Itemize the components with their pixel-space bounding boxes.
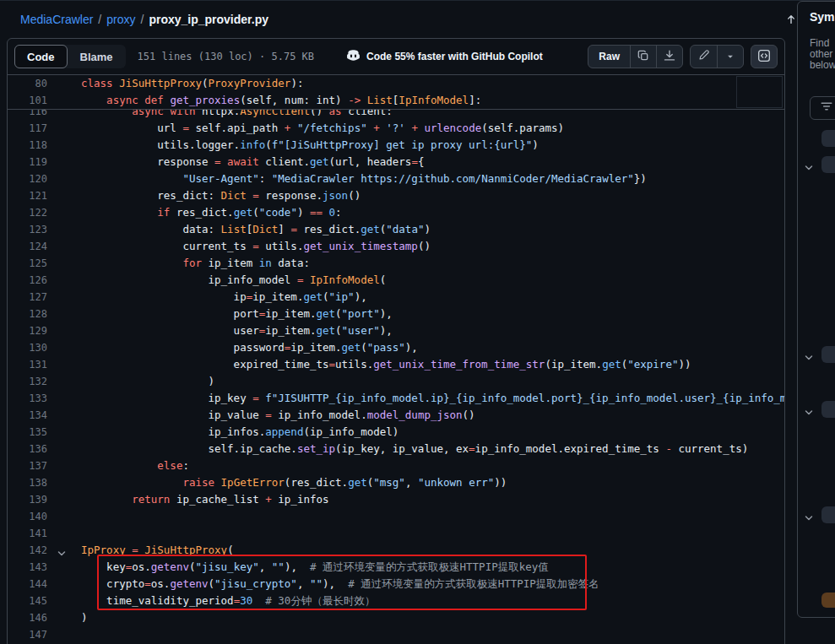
line-number[interactable]: 117 <box>8 120 47 137</box>
line-number[interactable]: 143 <box>8 559 47 576</box>
code-line: 120 "User-Agent": "MediaCrawler https://… <box>8 170 784 187</box>
code-line: 132 ) <box>8 373 784 390</box>
line-number[interactable]: 142 <box>8 542 47 559</box>
code-line: 136 self.ip_cache.set_ip(ip_key, ip_valu… <box>8 441 784 457</box>
edit-dropdown-button[interactable] <box>717 46 743 68</box>
chevron-down-icon <box>726 51 735 63</box>
code-text <box>47 626 81 643</box>
file-container: Code Blame 151 lines (130 loc) · 5.75 KB… <box>7 38 785 644</box>
breadcrumb-separator: / <box>93 13 106 26</box>
code-area: 80class JiSuHttpProxy(ProxyProvider):101… <box>8 75 784 644</box>
code-text: url = self.api_path + "/fetchips" + '?' … <box>47 120 564 137</box>
code-line: 131 expired_time_ts=utils.get_unix_time_… <box>8 356 784 373</box>
line-number[interactable]: 145 <box>8 593 47 609</box>
breadcrumb-repo-link[interactable]: MediaCrawler <box>20 13 93 26</box>
symbol-item-stub[interactable] <box>821 130 835 147</box>
symbol-item-stub[interactable] <box>821 401 835 418</box>
line-number[interactable]: 130 <box>8 339 47 356</box>
code-line: 135 ip_infos.append(ip_info_model) <box>8 424 784 441</box>
code-text: time_validity_period=30 # 30分钟（最长时效） <box>47 593 375 609</box>
copilot-banner[interactable]: Code 55% faster with GitHub Copilot <box>346 48 543 66</box>
line-number[interactable]: 124 <box>8 238 47 255</box>
symbol-item-stub[interactable] <box>821 506 835 523</box>
code-line: 133 ip_key = f"JISUHTTP_{ip_info_model.i… <box>8 390 784 407</box>
copy-button[interactable] <box>630 46 656 68</box>
line-number[interactable]: 120 <box>8 170 47 187</box>
line-number[interactable]: 122 <box>8 204 47 221</box>
scrollbar-corner[interactable] <box>736 76 783 108</box>
code-text: data: List[Dict] = res_dict.get("data") <box>47 221 431 238</box>
line-number[interactable]: 138 <box>8 474 47 491</box>
line-number[interactable]: 141 <box>8 525 47 542</box>
breadcrumb-separator: / <box>135 13 149 26</box>
code-line: 126 ip_info_model = IpInfoModel( <box>8 272 784 289</box>
raw-button[interactable]: Raw <box>588 46 630 68</box>
line-number[interactable]: 144 <box>8 576 47 593</box>
line-number[interactable]: 135 <box>8 424 47 441</box>
code-line: 121 res_dict: Dict = response.json() <box>8 187 784 204</box>
line-number[interactable]: 133 <box>8 390 47 407</box>
code-line: 134 ip_value = ip_info_model.model_dump_… <box>8 407 784 424</box>
fold-chevron-icon[interactable] <box>57 546 68 555</box>
line-number[interactable]: 128 <box>8 306 47 322</box>
line-number[interactable]: 129 <box>8 322 47 339</box>
line-number[interactable]: 147 <box>8 626 47 643</box>
line-number[interactable]: 80 <box>8 75 47 92</box>
code-text: ip_info_model = IpInfoModel( <box>47 272 386 289</box>
symbols-filter-input[interactable] <box>810 96 835 120</box>
edit-button[interactable] <box>691 46 717 68</box>
code-line: 147 <box>8 626 784 643</box>
sticky-code-line: 101 async def get_proxies(self, num: int… <box>8 92 784 109</box>
line-number[interactable]: 126 <box>8 272 47 289</box>
code-line: 145 time_validity_period=30 # 30分钟（最长时效） <box>8 593 784 609</box>
line-number[interactable]: 131 <box>8 356 47 373</box>
symbol-list-item <box>798 401 835 418</box>
code-text: utils.logger.info(f"[JiSuHttpProxy] get … <box>47 137 539 154</box>
code-line: 128 port=ip_item.get("port"), <box>8 306 784 322</box>
symbol-item-stub[interactable] <box>821 593 835 608</box>
breadcrumb-bar: MediaCrawler/proxy/proxy_ip_provider.py <box>0 1 785 38</box>
code-text: self.ip_cache.set_ip(ip_key, ip_value, e… <box>47 441 748 457</box>
pencil-icon <box>697 49 710 64</box>
tab-code[interactable]: Code <box>14 45 68 68</box>
line-number[interactable]: 101 <box>8 92 47 109</box>
code-line: 143 key=os.getenv("jisu_key", ""), # 通过环… <box>8 559 784 576</box>
line-number[interactable]: 140 <box>8 508 47 525</box>
breadcrumb-folder-link[interactable]: proxy <box>106 13 135 26</box>
symbol-item-stub[interactable] <box>821 346 835 363</box>
code-text: crypto=os.getenv("jisu_crypto", ""), # 通… <box>47 576 599 593</box>
line-number[interactable]: 146 <box>8 609 47 626</box>
code-text: if res_dict.get("code") == 0: <box>47 204 342 221</box>
line-number[interactable]: 123 <box>8 221 47 238</box>
code-text: ip_key = f"JISUHTTP_{ip_info_model.ip}_{… <box>47 390 784 407</box>
symbols-panel-toggle[interactable] <box>751 45 778 68</box>
chevron-down-icon[interactable] <box>805 160 813 176</box>
toolbar-actions: Raw <box>588 45 778 68</box>
line-number[interactable]: 118 <box>8 137 47 154</box>
edit-button-group <box>690 45 744 68</box>
breadcrumb: MediaCrawler/proxy/proxy_ip_provider.py <box>20 13 268 26</box>
line-number[interactable]: 119 <box>8 154 47 170</box>
code-line: 141 <box>8 525 784 542</box>
line-number[interactable]: 137 <box>8 457 47 474</box>
line-number[interactable]: 121 <box>8 187 47 204</box>
code-text <box>47 508 81 525</box>
tab-blame[interactable]: Blame <box>68 45 126 68</box>
line-number[interactable]: 134 <box>8 407 47 424</box>
chevron-down-icon[interactable] <box>805 405 813 420</box>
symbol-item-stub[interactable] <box>821 156 835 173</box>
line-number[interactable]: 136 <box>8 441 47 457</box>
line-number[interactable]: 116 <box>8 110 47 120</box>
line-number[interactable]: 132 <box>8 373 47 390</box>
chevron-down-icon[interactable] <box>805 350 813 365</box>
code-text: ip_value = ip_info_model.model_dump_json… <box>47 407 475 424</box>
code-text: "User-Agent": "MediaCrawler https://gith… <box>47 170 647 187</box>
download-button[interactable] <box>656 46 682 68</box>
copilot-icon <box>346 48 361 66</box>
chevron-down-icon[interactable] <box>805 511 813 526</box>
code-text: async with httpx.AsyncClient() as client… <box>47 110 393 120</box>
line-number[interactable]: 139 <box>8 491 47 508</box>
line-number[interactable]: 127 <box>8 289 47 306</box>
code-text: password=ip_item.get("pass"), <box>47 339 418 356</box>
line-number[interactable]: 125 <box>8 255 47 272</box>
